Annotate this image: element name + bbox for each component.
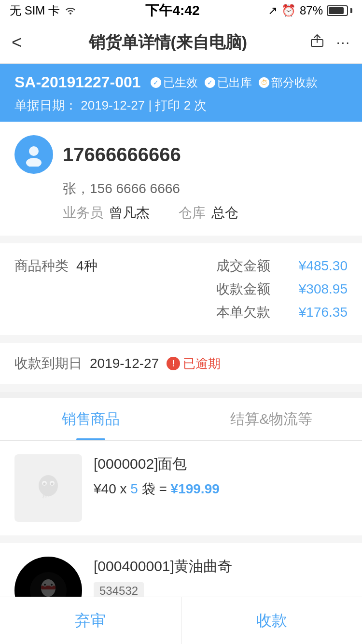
cancel-label: 弃审: [75, 610, 106, 631]
banner-top-row: SA-20191227-001 ✓ 已生效 ✓ 已出库 ⏱ 部分收款: [14, 73, 348, 91]
back-button[interactable]: <: [7, 28, 27, 57]
deal-amount-label: 成交金额: [216, 257, 270, 275]
location-icon: ↗: [268, 4, 278, 17]
status-badges: ✓ 已生效 ✓ 已出库 ⏱ 部分收款: [151, 75, 318, 90]
badge-shipped: ✓ 已出库: [205, 75, 252, 90]
order-date: 2019-12-27: [81, 98, 145, 112]
battery-percent: 87%: [300, 4, 323, 17]
overdue-indicator: ! 已逾期: [167, 355, 221, 372]
due-date-value: 2019-12-27: [90, 356, 159, 371]
product-type-info: 商品种类 4种: [14, 257, 97, 275]
battery-icon: [327, 5, 352, 16]
status-time: 下午4:42: [145, 1, 199, 20]
debt-amount-label: 本单欠款: [216, 303, 270, 322]
badge-partial-payment: ⏱ 部分收款: [259, 75, 318, 90]
receipt-amount-row: 收款金额 ¥308.95: [216, 280, 348, 298]
confirm-button[interactable]: 收款: [181, 597, 362, 644]
check-icon-1: ✓: [151, 77, 161, 88]
product-total-1: ¥199.99: [171, 481, 220, 496]
debt-amount-row: 本单欠款 ¥176.35: [216, 303, 348, 322]
warehouse-name: 总仓: [211, 204, 238, 222]
deal-amount-row: 成交金额 ¥485.30: [216, 257, 348, 275]
header-banner: SA-20191227-001 ✓ 已生效 ✓ 已出库 ⏱ 部分收款 单据日期：…: [0, 64, 362, 122]
tab-products[interactable]: 销售商品: [0, 398, 181, 440]
receipt-amount-label: 收款金额: [216, 280, 270, 298]
tab-settlement-label: 结算&物流等: [230, 409, 312, 429]
svg-point-15: [51, 584, 53, 586]
customer-section: 17666666666 张，156 6666 6666 业务员 曾凡杰 仓库 总…: [0, 122, 362, 236]
product-equals-1: =: [159, 481, 170, 496]
section-divider: [0, 392, 362, 398]
status-bar: 无 SIM 卡 下午4:42 ↗ ⏰ 87%: [0, 0, 362, 21]
svg-point-6: [43, 483, 46, 485]
amount-stats: 成交金额 ¥485.30 收款金额 ¥308.95 本单欠款 ¥176.35: [216, 257, 348, 322]
print-unit: 次: [194, 98, 207, 112]
svg-point-1: [29, 146, 39, 156]
sales-info: 业务员 曾凡杰: [63, 204, 150, 222]
customer-row: 17666666666: [14, 135, 348, 174]
receipt-amount-value: ¥308.95: [280, 281, 348, 297]
sales-name: 曾凡杰: [109, 204, 150, 222]
page-title: 销货单详情(来自电脑): [27, 31, 309, 54]
clock-icon: ⏱: [259, 77, 269, 88]
product-multiply-1: x: [120, 481, 131, 496]
product-unit-price-1: ¥40: [94, 481, 116, 496]
confirm-label: 收款: [256, 610, 287, 631]
warehouse-label: 仓库: [179, 204, 206, 222]
product-price-1: ¥40 x 5 袋 = ¥199.99: [94, 480, 348, 498]
bottom-bar: 弃审 收款: [0, 597, 362, 644]
due-date-section: 收款到期日 2019-12-27 ! 已逾期: [0, 343, 362, 384]
svg-rect-11: [41, 586, 56, 589]
svg-point-2: [26, 158, 42, 167]
print-count: 2: [184, 98, 191, 112]
sales-label: 业务员: [63, 204, 103, 222]
nav-right-actions: ···: [309, 33, 350, 52]
status-right: ↗ ⏰ 87%: [268, 4, 352, 17]
due-date-label: 收款到期日: [14, 354, 82, 373]
debt-amount-value: ¥176.35: [280, 305, 348, 320]
svg-text:粒+: 粒+: [42, 493, 50, 499]
product-name-1: [0000002]面包: [94, 454, 348, 474]
warehouse-info: 仓库 总仓: [179, 204, 238, 222]
print-separator: | 打印: [148, 98, 183, 112]
alarm-icon: ⏰: [281, 4, 296, 17]
share-button[interactable]: [309, 33, 325, 52]
product-item: 粒+ [0000002]面包 ¥40 x 5 袋 = ¥199.99: [0, 441, 362, 535]
product-unit-1: 袋: [142, 481, 155, 496]
deal-amount-value: ¥485.30: [280, 258, 348, 274]
customer-name-phone: 张，156 6666 6666: [14, 180, 348, 198]
product-info-1: [0000002]面包 ¥40 x 5 袋 = ¥199.99: [94, 454, 348, 498]
customer-meta: 业务员 曾凡杰 仓库 总仓: [14, 204, 348, 222]
wifi-icon: [64, 4, 77, 17]
overdue-icon: !: [167, 357, 180, 370]
product-type-label: 商品种类: [14, 257, 69, 275]
status-left: 无 SIM 卡: [10, 3, 77, 18]
product-image-1: 粒+: [14, 454, 82, 522]
product-qty-1: 5: [130, 481, 138, 496]
check-icon-2: ✓: [205, 77, 215, 88]
nav-bar: < 销货单详情(来自电脑) ···: [0, 21, 362, 64]
avatar: [14, 135, 53, 174]
product-type-count: 4种: [76, 257, 97, 275]
badge-activated: ✓ 已生效: [151, 75, 198, 90]
tab-products-label: 销售商品: [62, 409, 120, 429]
tab-bar: 销售商品 结算&物流等: [0, 398, 362, 441]
tab-settlement[interactable]: 结算&物流等: [181, 398, 362, 440]
carrier-text: 无 SIM 卡: [10, 3, 60, 18]
customer-phone: 17666666666: [63, 144, 181, 166]
date-label: 单据日期：: [14, 98, 77, 112]
svg-point-14: [44, 584, 46, 586]
product-name-2: [000400001]黄油曲奇: [94, 557, 348, 576]
stats-section: 商品种类 4种 成交金额 ¥485.30 收款金额 ¥308.95 本单欠款 ¥…: [0, 243, 362, 335]
more-button[interactable]: ···: [336, 35, 350, 50]
order-number: SA-20191227-001: [14, 73, 141, 91]
cancel-button[interactable]: 弃审: [0, 597, 181, 644]
svg-point-7: [51, 483, 54, 485]
banner-date-row: 单据日期： 2019-12-27 | 打印 2 次: [14, 97, 348, 114]
overdue-text: 已逾期: [183, 355, 221, 372]
